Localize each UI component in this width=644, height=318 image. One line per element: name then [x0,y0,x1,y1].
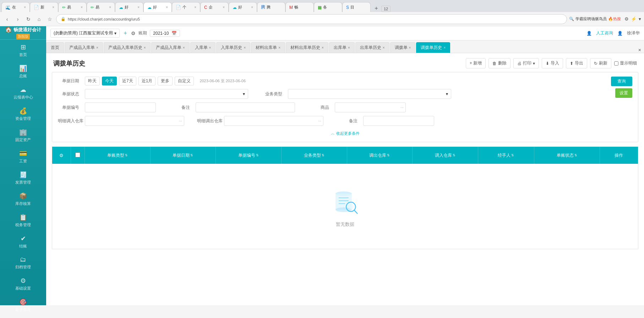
tab-count-badge[interactable]: 12 [381,6,391,12]
sidebar-item-salary[interactable]: 💳 工资 [0,146,46,167]
tab-browser-9[interactable]: ☁ 好 × [229,2,257,12]
sort-to-warehouse-icon[interactable]: ⇅ [453,154,455,157]
sidebar-item-guide[interactable]: 🎯 新手引导 [0,295,46,316]
sort-doc-status-icon[interactable]: ⇅ [574,154,577,157]
sidebar-item-close[interactable]: ✔ 结账 [0,231,46,252]
print-button[interactable]: 🖨 打印 ▾ [513,58,539,68]
tab-in-close[interactable]: × [209,46,211,50]
tab-material-out-history[interactable]: 材料出库单历史 × [286,42,328,53]
business-type-select[interactable]: ▾ [288,89,451,99]
from-warehouse-input[interactable] [85,116,184,126]
tab-material-out-history-close[interactable]: × [322,46,324,50]
close-all-tabs-icon[interactable]: × [635,47,644,53]
tab-transfer-close[interactable]: × [409,46,411,50]
date-today[interactable]: 今天 [102,77,117,85]
sidebar-item-ledger[interactable]: 📊 总账 [0,61,46,82]
dropdown-icon[interactable]: ▾ [639,16,641,22]
doc-number-input[interactable] [85,102,156,112]
tab-browser-2[interactable]: 📄 新 × [30,2,58,12]
sort-doc-num-icon[interactable]: ⇅ [256,154,259,157]
tab-browser-4[interactable]: ✏ 易 × [87,2,115,12]
note-filter-input[interactable] [363,116,434,126]
date-custom[interactable]: 自定义 [175,77,194,85]
tab-browser-7[interactable]: 📄 个 × [172,2,200,12]
tab-browser-12[interactable]: ▦ 各 [314,2,342,12]
tab-browser-1[interactable]: 🌊 在 × [1,2,30,12]
select-all-checkbox[interactable] [75,152,80,157]
sidebar-item-vip[interactable]: V 畅会员 [0,316,46,318]
sidebar-item-invoice[interactable]: 🧾 发票管理 [0,167,46,189]
delete-button[interactable]: 🗑 删除 [489,58,511,68]
tab-transfer[interactable]: 调拨单 × [390,42,416,53]
sort-handler-icon[interactable]: ⇅ [511,154,514,157]
tab-browser-5[interactable]: ☁ 好 × [115,2,143,12]
forward-button[interactable]: › [13,15,22,23]
help-label[interactable]: 人工咨询 [596,30,613,36]
tab-in-history-close[interactable]: × [244,46,246,50]
tab-home[interactable]: 首页 [46,42,64,53]
from-warehouse-more-icon[interactable]: ··· [179,119,182,123]
tab-close-3[interactable]: × [81,5,83,9]
sidebar-item-tax[interactable]: 📋 税务管理 [0,210,46,231]
tab-close-4[interactable]: × [109,5,111,9]
tab-close-2[interactable]: × [52,5,54,9]
date-7days[interactable]: 近7天 [119,77,136,85]
collapse-button[interactable]: ︿ 收起更多条件 [331,131,360,136]
add-company-button[interactable]: ＋ [122,29,128,37]
tab-out-history[interactable]: 出库单历史 × [355,42,389,53]
sidebar-item-settings[interactable]: ⚙ 基础设置 [0,273,46,295]
tab-close-7[interactable]: × [194,5,196,9]
tab-in[interactable]: 入库单 × [190,42,216,53]
tab-close-9[interactable]: × [251,5,253,9]
tab-finished-in-history[interactable]: 产成品入库单历史 × [104,42,151,53]
query-button[interactable]: 查询 [611,77,632,86]
lightning-icon[interactable]: ⚡ [631,16,637,22]
column-settings-button[interactable]: ⚙ [56,150,66,160]
extensions-icon[interactable]: ⚙ [624,16,629,22]
tab-out[interactable]: 出库单 × [329,42,355,53]
sort-from-warehouse-icon[interactable]: ⇅ [387,154,390,157]
new-button[interactable]: + 新增 [466,58,486,68]
tab-finished-in2[interactable]: 产成品入库单 × [151,42,190,53]
address-bar[interactable]: 🔒 https://cloud.chanjet.com/accounting/u… [56,14,567,24]
tab-in-history[interactable]: 入库单历史 × [216,42,250,53]
tab-material-out-close[interactable]: × [278,46,280,50]
home-button[interactable]: ⌂ [35,15,43,23]
sidebar-item-funds[interactable]: 💰 资金管理 [0,104,46,125]
period-value[interactable]: 2021-10 📅 [150,30,180,37]
product-input[interactable] [335,102,406,112]
tab-browser-active[interactable]: ☁ 好 × [143,2,172,12]
tab-browser-10[interactable]: 腾 腾 [257,2,285,12]
bookmark-button[interactable]: ☆ [45,15,54,23]
tab-out-close[interactable]: × [348,46,350,50]
to-warehouse-input[interactable] [224,116,323,126]
export-button[interactable]: ⬆ 导出 [566,58,587,68]
tab-material-out[interactable]: 材料出库单 × [251,42,285,53]
tab-browser-13[interactable]: S 目 [342,2,371,12]
sidebar-item-reports[interactable]: ☁ 云报表中心 [0,82,46,104]
date-1month[interactable]: 近1月 [138,77,156,85]
new-tab-button[interactable]: ＋ [373,5,379,12]
sort-doc-date-icon[interactable]: ⇅ [190,154,193,157]
tab-transfer-history-close[interactable]: × [443,46,446,50]
date-more[interactable]: 更多 [158,77,173,85]
tab-out-history-close[interactable]: × [383,46,385,50]
setting-button[interactable]: 设置 [615,88,632,98]
remark-input[interactable] [196,102,295,112]
tab-close-1[interactable]: × [24,5,26,9]
tab-finished-in2-close[interactable]: × [183,46,185,50]
import-button[interactable]: ⬇ 导入 [542,58,563,68]
tab-finished-in[interactable]: 产成品入库单 × [65,42,103,53]
tab-finished-in-close[interactable]: × [96,46,98,50]
sidebar-item-home[interactable]: ⊞ 首页 [0,40,46,61]
status-select[interactable]: ▾ [85,89,248,99]
display-toggle-checkbox[interactable] [614,61,618,66]
tab-finished-in-history-close[interactable]: × [144,46,146,50]
gear-top-icon[interactable]: ⚙ [131,30,136,36]
date-yesterday[interactable]: 昨天 [85,77,100,85]
tab-browser-11[interactable]: M 畅 [285,2,314,12]
sidebar-item-inventory[interactable]: 📦 库存核算 [0,189,46,210]
company-selector[interactable]: (勿删勿禁用) 江西服宝测试专用 ▾ [50,29,120,38]
tab-transfer-history[interactable]: 调拨单历史 × [416,42,450,53]
sidebar-item-assets[interactable]: 🏢 固定资产 [0,125,46,146]
